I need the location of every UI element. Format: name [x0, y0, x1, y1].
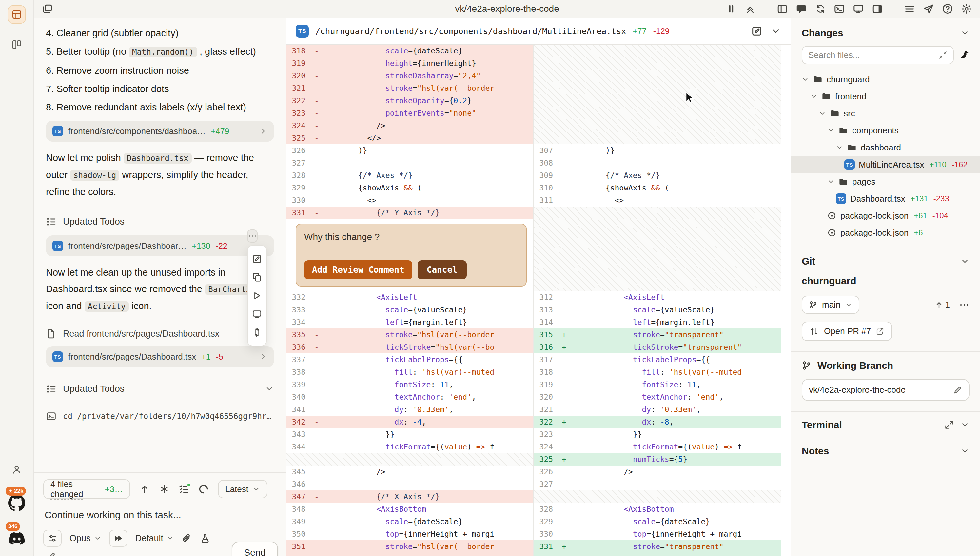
line-number[interactable]: 308	[534, 157, 559, 169]
line-number[interactable]: 340	[286, 391, 312, 403]
version-dropdown[interactable]: Latest	[218, 480, 268, 498]
line-number[interactable]: 313	[534, 304, 559, 316]
boards-button[interactable]	[8, 36, 26, 54]
line-number[interactable]: 346	[286, 478, 312, 490]
tree-file-row[interactable]: package-lock.json+6	[791, 224, 980, 241]
send-button[interactable]: Send	[232, 541, 278, 556]
model-dropdown[interactable]: Opus	[69, 533, 101, 543]
line-number[interactable]: 347	[286, 490, 312, 503]
terminal-icon[interactable]	[834, 3, 845, 15]
tree-file-row[interactable]: TSMultiLineArea.tsx+110-162	[791, 156, 980, 173]
git-sync-icon[interactable]	[815, 3, 826, 15]
line-number[interactable]: 338	[286, 366, 312, 378]
line-number[interactable]: 343	[286, 428, 312, 441]
line-number[interactable]: 325	[286, 132, 312, 144]
account-button[interactable]	[8, 460, 26, 478]
line-number[interactable]: 332	[286, 291, 312, 304]
tree-folder-row[interactable]: pages	[791, 173, 980, 190]
file-change-chip[interactable]: TSfrontend/src/pages/Dashboar…+130-22	[46, 235, 274, 256]
monitor-icon[interactable]	[853, 3, 864, 15]
line-number[interactable]: 324	[534, 441, 559, 453]
bird-icon[interactable]	[960, 50, 971, 61]
line-number[interactable]: 341	[286, 403, 312, 416]
pause-icon[interactable]	[726, 3, 737, 15]
line-number[interactable]: 318	[286, 45, 312, 57]
line-number[interactable]: 323	[286, 107, 312, 119]
line-number[interactable]: 317	[534, 353, 559, 366]
tool-row[interactable]: Read frontend/src/pages/Dashboard.tsx	[46, 326, 274, 341]
search-input[interactable]	[808, 50, 935, 60]
line-number[interactable]: 348	[286, 503, 312, 516]
message-input[interactable]: Continue working on this task...	[45, 509, 275, 520]
ahead-count[interactable]: 1	[935, 300, 950, 309]
attach-button[interactable]	[182, 533, 192, 543]
line-number[interactable]: 325	[534, 453, 559, 465]
line-number[interactable]: 350	[286, 528, 312, 540]
line-number[interactable]: 312	[534, 291, 559, 304]
line-number[interactable]: 326	[286, 144, 312, 157]
line-number[interactable]: 345	[286, 465, 312, 478]
workspace-button[interactable]	[8, 5, 26, 24]
pen-icon[interactable]	[46, 551, 57, 556]
line-number[interactable]: 342	[286, 416, 312, 428]
line-number[interactable]: 314	[534, 316, 559, 328]
chevron-down-icon[interactable]	[770, 26, 781, 37]
todos-status-icon[interactable]	[179, 484, 189, 495]
terminal-section-header[interactable]: Terminal	[791, 411, 980, 438]
tree-file-row[interactable]: package-lock.json+61-104	[791, 207, 980, 224]
line-number[interactable]: 351	[286, 540, 312, 553]
more-options-icon[interactable]	[959, 300, 970, 310]
line-number[interactable]: 322	[534, 416, 559, 428]
windows-icon[interactable]	[42, 3, 53, 15]
menu-icon[interactable]	[904, 3, 915, 15]
expand-icon[interactable]	[944, 420, 954, 430]
line-number[interactable]: 320	[286, 70, 312, 82]
line-number[interactable]: 329	[286, 182, 312, 194]
annotate-icon[interactable]	[751, 26, 762, 37]
send-plane-icon[interactable]	[923, 3, 934, 15]
line-number[interactable]: 336	[286, 341, 312, 353]
discord-link[interactable]: 346	[8, 525, 25, 550]
collapse-tree-icon[interactable]	[939, 51, 947, 59]
line-number[interactable]: 311	[534, 194, 559, 207]
tools-button[interactable]	[200, 533, 210, 543]
monitor-icon[interactable]	[249, 305, 265, 323]
git-compare-icon[interactable]	[249, 323, 265, 342]
branch-selector[interactable]: main	[802, 296, 859, 314]
line-number[interactable]: 337	[286, 353, 312, 366]
line-number[interactable]: 330	[286, 194, 312, 207]
line-number[interactable]: 319	[286, 57, 312, 70]
comment-input[interactable]: Why this change ?	[304, 231, 518, 243]
panel-right-icon[interactable]	[872, 3, 883, 15]
line-number[interactable]: 330	[534, 528, 559, 540]
collapse-icon[interactable]	[745, 3, 756, 15]
line-number[interactable]: 318	[534, 366, 559, 378]
line-number[interactable]: 321	[286, 82, 312, 94]
chat-bubble-icon[interactable]	[796, 3, 807, 15]
tree-folder-row[interactable]: components	[791, 122, 980, 139]
notes-section-header[interactable]: Notes	[791, 438, 980, 464]
line-number[interactable]: 324	[286, 119, 312, 132]
todo-row[interactable]: Updated Todos	[46, 213, 274, 230]
line-number[interactable]: 331	[534, 540, 559, 553]
line-number[interactable]: 344	[286, 441, 312, 453]
file-change-chip[interactable]: TSfrontend/src/components/dashboa…+479	[46, 121, 274, 142]
tree-folder-row[interactable]: src	[791, 105, 980, 122]
annotate-icon[interactable]	[249, 250, 265, 268]
line-number[interactable]: 327	[534, 478, 559, 490]
tool-row[interactable]: cd /private/var/folders/10/h7w0q46556ggr…	[46, 409, 274, 423]
line-number[interactable]: 323	[534, 428, 559, 441]
line-number[interactable]: 327	[286, 157, 312, 169]
gear-icon[interactable]	[961, 3, 972, 15]
files-changed-button[interactable]: 4 files changed +3…	[43, 479, 130, 499]
line-number[interactable]: 321	[534, 403, 559, 416]
tree-folder-row[interactable]: frontend	[791, 88, 980, 105]
line-number[interactable]: 333	[286, 304, 312, 316]
arrow-up-icon[interactable]	[139, 484, 150, 495]
line-number[interactable]: 334	[286, 316, 312, 328]
asterisk-icon[interactable]	[159, 484, 170, 495]
line-number[interactable]: 352	[286, 553, 312, 556]
tree-folder-row[interactable]: churnguard	[791, 71, 980, 88]
add-review-comment-button[interactable]: Add Review Comment	[304, 260, 412, 279]
working-branch-field[interactable]: vk/4e2a-explore-the-code	[802, 379, 970, 401]
